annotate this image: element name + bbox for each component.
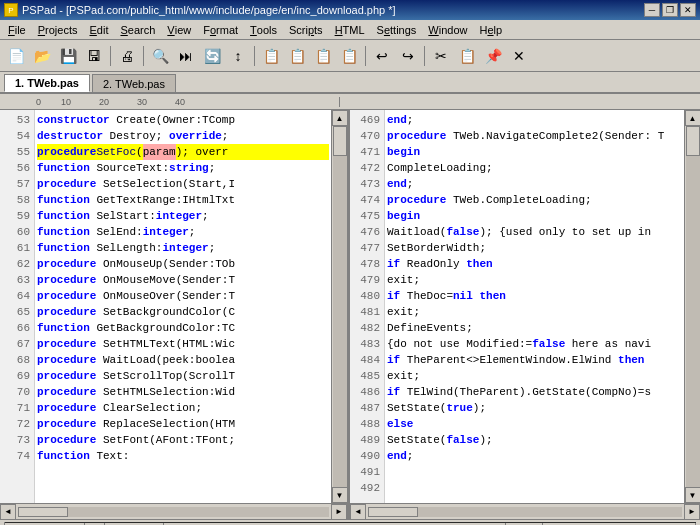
right-vscrollbar[interactable]: ▲ ▼ (684, 110, 700, 503)
right-scroll-thumb[interactable] (686, 126, 700, 156)
tab-1[interactable]: 1. TWeb.pas (4, 74, 90, 92)
menu-file[interactable]: File (2, 20, 32, 39)
paste-button[interactable]: 📌 (481, 44, 505, 68)
code-line: procedure SetHTMLText(HTML:Wic (37, 336, 329, 352)
close-button[interactable]: ✕ (680, 3, 696, 17)
right-hscroll-track (368, 507, 682, 517)
clip3-button[interactable]: 📋 (311, 44, 335, 68)
code-line: procedure TWeb.NavigateComplete2(Sender:… (387, 128, 682, 144)
left-line-numbers: 5354555657585960616263646566676869707172… (0, 110, 35, 503)
redo-button[interactable]: ↪ (396, 44, 420, 68)
goto-button[interactable]: ↕ (226, 44, 250, 68)
save-all-button[interactable]: 🖫 (82, 44, 106, 68)
line-number: 471 (350, 144, 384, 160)
right-hscroll-thumb[interactable] (368, 507, 418, 517)
left-hscroll-right[interactable]: ► (331, 504, 347, 520)
code-line: procedure OnMouseUp(Sender:TOb (37, 256, 329, 272)
status-icon: 📷 (85, 522, 105, 526)
line-number: 56 (0, 160, 34, 176)
copy-button[interactable]: 📋 (455, 44, 479, 68)
code-line: procedure ClearSelection; (37, 400, 329, 416)
toolbar-sep-5 (424, 46, 425, 66)
line-number: 70 (0, 384, 34, 400)
status-encoding: DOS (506, 522, 543, 526)
right-scroll-down-arrow[interactable]: ▼ (685, 487, 701, 503)
code-line: procedure SetHTMLSelection:Wid (37, 384, 329, 400)
cut-button[interactable]: ✂ (429, 44, 453, 68)
line-number: 53 (0, 112, 34, 128)
menu-format[interactable]: Format (197, 20, 244, 39)
code-line: Waitload(false); {used only to set up in (387, 224, 682, 240)
print-button[interactable]: 🖨 (115, 44, 139, 68)
code-line: SetBorderWidth; (387, 240, 682, 256)
right-hscroll-left[interactable]: ◄ (350, 504, 366, 520)
line-number: 73 (0, 432, 34, 448)
find-next-button[interactable]: ⏭ (174, 44, 198, 68)
right-code-content[interactable]: end;procedure TWeb.NavigateComplete2(Sen… (385, 110, 684, 503)
code-line: begin (387, 208, 682, 224)
code-line: procedure ReplaceSelection(HTM (37, 416, 329, 432)
new-button[interactable]: 📄 (4, 44, 28, 68)
menu-settings[interactable]: Settings (371, 20, 423, 39)
code-line: if TheParent<>ElementWindow.ElWind then (387, 352, 682, 368)
menu-projects[interactable]: Projects (32, 20, 84, 39)
code-line: procedure OnMouseOver(Sender:T (37, 288, 329, 304)
code-line: function SourceText:string; (37, 160, 329, 176)
line-number: 491 (350, 464, 384, 480)
line-number: 473 (350, 176, 384, 192)
menu-window[interactable]: Window (422, 20, 473, 39)
code-line (387, 480, 682, 496)
clip2-button[interactable]: 📋 (285, 44, 309, 68)
line-number: 57 (0, 176, 34, 192)
line-number: 482 (350, 320, 384, 336)
line-number: 492 (350, 480, 384, 496)
menu-search[interactable]: Search (114, 20, 161, 39)
line-number: 483 (350, 336, 384, 352)
right-hscroll[interactable]: ◄ ► (350, 504, 700, 519)
minimize-button[interactable]: ─ (644, 3, 660, 17)
restore-button[interactable]: ❐ (662, 3, 678, 17)
line-number: 479 (350, 272, 384, 288)
menu-tools[interactable]: Tools (244, 20, 283, 39)
clip1-button[interactable]: 📋 (259, 44, 283, 68)
right-scroll-track (686, 126, 700, 487)
open-button[interactable]: 📂 (30, 44, 54, 68)
right-scroll-up-arrow[interactable]: ▲ (685, 110, 701, 126)
line-number: 67 (0, 336, 34, 352)
scroll-thumb[interactable] (333, 126, 347, 156)
code-line: procedure TWeb.CompleteLoading; (387, 192, 682, 208)
scroll-down-arrow[interactable]: ▼ (332, 487, 348, 503)
line-number: 478 (350, 256, 384, 272)
menu-bar: File Projects Edit Search View Format To… (0, 20, 700, 40)
line-number: 60 (0, 224, 34, 240)
code-line: destructor Destroy; override; (37, 128, 329, 144)
left-code-content[interactable]: constructor Create(Owner:TComp destructo… (35, 110, 331, 503)
line-number: 475 (350, 208, 384, 224)
code-line: {do not use Modified:=false here as navi (387, 336, 682, 352)
undo-button[interactable]: ↩ (370, 44, 394, 68)
app-icon: P (4, 3, 18, 17)
right-hscroll-right[interactable]: ► (684, 504, 700, 520)
tab-2[interactable]: 2. TWeb.pas (92, 74, 176, 92)
scroll-up-arrow[interactable]: ▲ (332, 110, 348, 126)
toolbar-sep-1 (110, 46, 111, 66)
left-hscroll-left[interactable]: ◄ (0, 504, 16, 520)
menu-scripts[interactable]: Scripts (283, 20, 329, 39)
left-hscroll-thumb[interactable] (18, 507, 68, 517)
clip4-button[interactable]: 📋 (337, 44, 361, 68)
left-vscrollbar[interactable]: ▲ ▼ (331, 110, 347, 503)
line-number: 487 (350, 400, 384, 416)
search-button[interactable]: 🔍 (148, 44, 172, 68)
replace-button[interactable]: 🔄 (200, 44, 224, 68)
left-hscroll[interactable]: ◄ ► (0, 504, 350, 519)
delete-button[interactable]: ✕ (507, 44, 531, 68)
code-line: if TElWind(TheParent).GetState(CompNo)=s (387, 384, 682, 400)
menu-edit[interactable]: Edit (84, 20, 115, 39)
menu-help[interactable]: Help (473, 20, 508, 39)
menu-html[interactable]: HTML (329, 20, 371, 39)
menu-view[interactable]: View (161, 20, 197, 39)
save-button[interactable]: 💾 (56, 44, 80, 68)
code-line: DefineEvents; (387, 320, 682, 336)
line-number: 486 (350, 384, 384, 400)
line-number: 54 (0, 128, 34, 144)
